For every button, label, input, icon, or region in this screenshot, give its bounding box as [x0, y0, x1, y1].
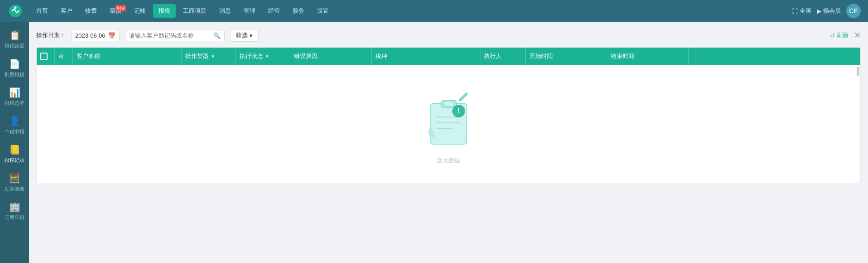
sidebar-label: 批量报税: [5, 71, 24, 78]
fullscreen-label: 全屏: [800, 7, 811, 15]
filter-label: 筛选: [236, 31, 248, 39]
th-cell-4[interactable]: 执行状态▼: [236, 48, 290, 65]
logo[interactable]: [7, 3, 24, 19]
nav-item-记账[interactable]: 记账: [129, 4, 151, 18]
toolbar-right: ↺ 刷新 ✕: [830, 30, 861, 40]
top-nav-right: ⛶ 全屏 ▶ 畅会员 CE: [792, 4, 861, 18]
nav-item-服务[interactable]: 服务: [287, 4, 310, 18]
nav-item-首页[interactable]: 首页: [31, 4, 53, 18]
sidebar-label: 个税申报: [5, 128, 24, 135]
th-label: 税种: [375, 52, 387, 60]
sidebar: 📋 报税设置📄 批量报税📊 报税总览👤 个税申报📒 报税记录🧮 汇算清缴🏢 工商…: [0, 22, 29, 263]
scroll-indicator: [856, 65, 860, 183]
settings-icon[interactable]: ⚙: [58, 53, 64, 60]
table-header: ⚙客户名称操作类型▼执行状态▼错误原因税种执行人开始时间结束时间: [37, 48, 860, 65]
sidebar-icon: 📄: [9, 58, 20, 69]
sidebar-item-工商年报[interactable]: 🏢 工商年报: [0, 197, 29, 225]
svg-rect-10: [460, 92, 468, 100]
avatar-text: CE: [849, 7, 858, 15]
sidebar-icon: 📒: [9, 144, 20, 155]
chevron-down-icon: ▾: [249, 32, 253, 39]
sort-icon[interactable]: ▼: [265, 54, 269, 59]
toolbar: 操作日期： 2023-06-06 📅 🔍 筛选 ▾ ↺ 刷新 ✕: [36, 29, 861, 42]
nav-item-经营[interactable]: 经营: [263, 4, 285, 18]
main-content: 操作日期： 2023-06-06 📅 🔍 筛选 ▾ ↺ 刷新 ✕ ⚙客户名称操作…: [29, 22, 868, 263]
avatar[interactable]: CE: [846, 4, 861, 18]
th-label: 执行状态: [240, 52, 263, 60]
nav-item-设置[interactable]: 设置: [312, 4, 334, 18]
refresh-label: 刷新: [837, 31, 849, 39]
th-label: 结束时间: [611, 52, 634, 60]
sidebar-item-批量报税[interactable]: 📄 批量报税: [0, 54, 29, 83]
sidebar-item-报税设置[interactable]: 📋 报税设置: [0, 25, 29, 54]
date-picker[interactable]: 2023-06-06 📅: [71, 30, 120, 41]
table-body: ! 暂无数据: [37, 65, 860, 183]
th-cell-8: 开始时间: [526, 48, 607, 65]
th-cell-7: 执行人: [480, 48, 526, 65]
sidebar-item-报税记录[interactable]: 📒 报税记录: [0, 140, 29, 168]
sidebar-icon: 👤: [9, 116, 20, 127]
th-label: 操作类型: [185, 52, 209, 60]
sidebar-label: 工商年报: [5, 214, 24, 221]
th-cell-3[interactable]: 操作类型▼: [182, 48, 236, 65]
sidebar-item-汇算清缴[interactable]: 🧮 汇算清缴: [0, 168, 29, 197]
date-value: 2023-06-06: [75, 32, 106, 39]
sidebar-item-个税申报[interactable]: 👤 个税申报: [0, 111, 29, 140]
select-all-checkbox[interactable]: [40, 53, 48, 60]
th-cell-6: 税种: [372, 48, 480, 65]
sidebar-icon: 📊: [9, 87, 20, 98]
th-label: 开始时间: [529, 52, 553, 60]
sidebar-label: 报税设置: [5, 43, 24, 49]
refresh-icon: ↺: [830, 32, 835, 39]
search-icon: 🔍: [213, 32, 221, 39]
empty-text: 暂无数据: [437, 156, 460, 165]
nav-item-管理[interactable]: 管理: [238, 4, 261, 18]
sidebar-item-报税总览[interactable]: 📊 报税总览: [0, 83, 29, 111]
fullscreen-icon: ⛶: [792, 8, 798, 15]
close-button[interactable]: ✕: [854, 30, 861, 40]
calendar-icon: 📅: [108, 32, 115, 39]
sidebar-label: 报税总览: [5, 100, 24, 107]
th-cell-0: [37, 48, 55, 65]
data-table: ⚙客户名称操作类型▼执行状态▼错误原因税种执行人开始时间结束时间 !: [36, 47, 861, 183]
member-label: 畅会员: [823, 7, 841, 15]
nav-item-消息[interactable]: 消息: [214, 4, 236, 18]
sidebar-label: 汇算清缴: [5, 185, 24, 192]
fullscreen-button[interactable]: ⛶ 全屏: [792, 7, 811, 15]
th-label: 执行人: [484, 52, 502, 60]
top-nav: 首页客户收费票据new记账报税工商项目消息管理经营服务设置 ⛶ 全屏 ▶ 畅会员…: [0, 0, 868, 22]
th-cell-1: ⚙: [55, 48, 73, 65]
nav-item-票据[interactable]: 票据new: [104, 4, 127, 18]
date-label: 操作日期：: [36, 31, 66, 39]
nav-item-客户[interactable]: 客户: [55, 4, 78, 18]
member-icon: ▶: [817, 8, 821, 15]
th-cell-10: [689, 48, 698, 65]
empty-state: ! 暂无数据: [37, 65, 860, 183]
nav-item-收费[interactable]: 收费: [80, 4, 102, 18]
nav-item-工商项目[interactable]: 工商项目: [177, 4, 212, 18]
sidebar-icon: 🧮: [9, 173, 20, 184]
search-input[interactable]: [129, 32, 211, 39]
th-cell-9: 结束时间: [607, 48, 689, 65]
filter-button[interactable]: 筛选 ▾: [230, 29, 259, 42]
sidebar-icon: 🏢: [9, 201, 20, 212]
sidebar-icon: 📋: [9, 30, 20, 41]
nav-item-报税[interactable]: 报税: [153, 4, 176, 18]
svg-rect-4: [444, 102, 453, 106]
svg-text:!: !: [457, 107, 460, 115]
empty-illustration: !: [422, 92, 476, 151]
search-box: 🔍: [125, 30, 225, 41]
refresh-button[interactable]: ↺ 刷新: [830, 31, 849, 39]
th-cell-5: 错误原因: [290, 48, 372, 65]
th-cell-2: 客户名称: [73, 48, 182, 65]
badge-new: new: [115, 5, 126, 11]
sidebar-label: 报税记录: [5, 157, 24, 164]
th-label: 错误原因: [294, 52, 317, 60]
th-label: 客户名称: [77, 52, 100, 60]
member-button[interactable]: ▶ 畅会员: [817, 7, 841, 15]
scroll-thumb[interactable]: [857, 67, 859, 76]
sort-icon[interactable]: ▼: [211, 54, 215, 59]
nav-items: 首页客户收费票据new记账报税工商项目消息管理经营服务设置: [31, 4, 792, 18]
svg-point-1: [14, 7, 17, 9]
